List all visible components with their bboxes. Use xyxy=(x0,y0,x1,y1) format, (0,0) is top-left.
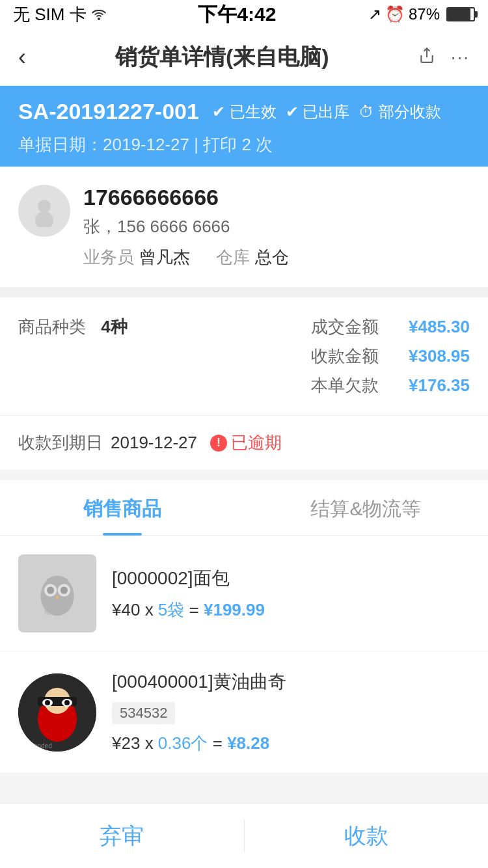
transaction-amount-row: 成交金额 ¥485.30 xyxy=(311,316,470,338)
table-row: branded [000400001]黄油曲奇 534532 ¥23 x 0.3… xyxy=(0,651,488,774)
overdue-badge: ! 已逾期 xyxy=(210,431,282,454)
customer-phone: 张，156 6666 6666 xyxy=(83,215,470,238)
header-banner: SA-20191227-001 ✔ 已生效 ✔ 已出库 ⏱ 部分收款 单据日期：… xyxy=(0,86,488,167)
product-name-2: [000400001]黄油曲奇 xyxy=(112,670,470,694)
page-title: 销货单详情(来自电脑) xyxy=(115,42,329,72)
tabs-section: 销售商品 结算&物流等 xyxy=(0,480,488,536)
salesperson-value: 曾凡杰 xyxy=(139,246,190,269)
product-price-2: ¥23 x 0.36个 = ¥8.28 xyxy=(112,732,470,755)
product-list: 猫+ [0000002]面包 ¥40 x 5袋 = ¥199.99 xyxy=(0,536,488,774)
badge-partial-payment: ⏱ 部分收款 xyxy=(359,102,441,122)
product-tag-2: 534532 xyxy=(112,702,175,724)
category-count: 4种 xyxy=(101,317,127,336)
divider-1 xyxy=(0,287,488,297)
svg-point-7 xyxy=(61,587,68,594)
received-amount-row: 收款金额 ¥308.95 xyxy=(311,345,470,368)
due-date-value: 2019-12-27 xyxy=(111,433,197,453)
customer-section: 17666666666 张，156 6666 6666 业务员 曾凡杰 仓库 总… xyxy=(0,167,488,287)
customer-info: 17666666666 张，156 6666 6666 业务员 曾凡杰 仓库 总… xyxy=(83,185,470,269)
owed-amount-value: ¥176.35 xyxy=(392,375,470,396)
transaction-amount-label: 成交金额 xyxy=(311,316,379,338)
header-doc-date: 单据日期：2019-12-27 | 打印 2 次 xyxy=(18,133,470,156)
confirm-button[interactable]: 收款 xyxy=(245,808,489,864)
alarm-icon: ⏰ xyxy=(385,5,405,23)
due-date-section: 收款到期日 2019-12-27 ! 已逾期 xyxy=(0,415,488,470)
carrier-text: 无 SIM 卡 xyxy=(13,3,87,26)
status-bar: 无 SIM 卡 下午4:42 ↗ ⏰ 87% xyxy=(0,0,488,29)
badge-effective: ✔ 已生效 xyxy=(212,102,277,122)
location-icon: ↗ xyxy=(368,5,381,23)
price-total-2: ¥8.28 xyxy=(227,733,269,753)
customer-meta: 业务员 曾凡杰 仓库 总仓 xyxy=(83,246,470,269)
product-image-2: branded xyxy=(18,673,96,752)
svg-point-2 xyxy=(35,211,53,227)
salesperson-label: 业务员 xyxy=(83,246,134,269)
customer-name: 17666666666 xyxy=(83,185,470,210)
overdue-icon: ! xyxy=(210,435,227,452)
received-amount-value: ¥308.95 xyxy=(392,346,470,366)
tab-sales-products[interactable]: 销售商品 xyxy=(0,480,244,536)
tabs-row: 销售商品 结算&物流等 xyxy=(0,480,488,536)
summary-section: 商品种类 4种 成交金额 ¥485.30 收款金额 ¥308.95 本单欠款 ¥… xyxy=(0,297,488,415)
battery-icon xyxy=(446,7,475,21)
price-qty-2: 0.36个 xyxy=(158,733,208,753)
warehouse-meta: 仓库 总仓 xyxy=(216,246,289,269)
cancel-button[interactable]: 弃审 xyxy=(0,808,244,864)
wifi-icon xyxy=(92,5,106,25)
svg-text:branded: branded xyxy=(28,742,52,750)
tab-settlement-logistics[interactable]: 结算&物流等 xyxy=(244,480,488,536)
header-badges: ✔ 已生效 ✔ 已出库 ⏱ 部分收款 xyxy=(212,102,441,122)
svg-point-16 xyxy=(45,700,50,705)
status-right: ↗ ⏰ 87% xyxy=(368,5,475,23)
product-price-1: ¥40 x 5袋 = ¥199.99 xyxy=(112,599,470,621)
status-time: 下午4:42 xyxy=(198,1,276,28)
overdue-text: 已逾期 xyxy=(231,431,282,454)
more-icon[interactable]: ··· xyxy=(451,47,470,68)
back-button[interactable]: ‹ xyxy=(18,44,26,71)
svg-point-6 xyxy=(47,587,54,594)
price-qty-1: 5袋 xyxy=(158,600,184,619)
nav-actions: ··· xyxy=(418,46,470,68)
table-row: 猫+ [0000002]面包 ¥40 x 5袋 = ¥199.99 xyxy=(0,536,488,651)
svg-point-17 xyxy=(64,700,70,705)
header-top: SA-20191227-001 ✔ 已生效 ✔ 已出库 ⏱ 部分收款 xyxy=(18,99,470,124)
due-date-label: 收款到期日 xyxy=(18,431,103,454)
summary-left: 商品种类 4种 xyxy=(18,316,128,338)
svg-text:猫+: 猫+ xyxy=(44,608,56,616)
received-amount-label: 收款金额 xyxy=(311,345,379,368)
salesperson-meta: 业务员 曾凡杰 xyxy=(83,246,190,269)
warehouse-label: 仓库 xyxy=(216,246,250,269)
svg-point-1 xyxy=(38,200,51,213)
price-total-1: ¥199.99 xyxy=(204,600,265,619)
owed-amount-label: 本单欠款 xyxy=(311,374,379,397)
warehouse-value: 总仓 xyxy=(255,246,289,269)
avatar xyxy=(18,185,70,237)
category-label: 商品种类 xyxy=(18,317,86,336)
price-base-2: ¥23 xyxy=(112,733,140,753)
badge-shipped: ✔ 已出库 xyxy=(286,102,350,122)
owed-amount-row: 本单欠款 ¥176.35 xyxy=(311,374,470,397)
order-id: SA-20191227-001 xyxy=(18,99,199,124)
status-left: 无 SIM 卡 xyxy=(13,3,106,26)
product-image-1: 猫+ xyxy=(18,554,96,632)
product-name-1: [0000002]面包 xyxy=(112,566,470,591)
bottom-bar: 弃审 收款 xyxy=(0,803,488,868)
product-info-2: [000400001]黄油曲奇 534532 ¥23 x 0.36个 = ¥8.… xyxy=(112,670,470,755)
summary-right: 成交金额 ¥485.30 收款金额 ¥308.95 本单欠款 ¥176.35 xyxy=(311,316,470,397)
product-info-1: [0000002]面包 ¥40 x 5袋 = ¥199.99 xyxy=(112,566,470,621)
nav-bar: ‹ 销货单详情(来自电脑) ··· xyxy=(0,29,488,86)
battery-text: 87% xyxy=(409,5,440,23)
transaction-amount-value: ¥485.30 xyxy=(392,317,470,337)
share-icon[interactable] xyxy=(418,46,435,68)
price-base-1: ¥40 xyxy=(112,600,140,619)
